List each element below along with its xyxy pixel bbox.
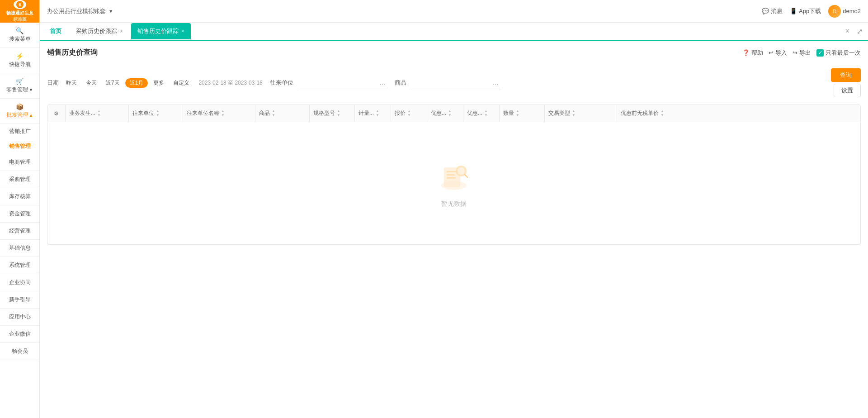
svg-text:6: 6: [19, 2, 21, 7]
sidebar-item-label: 采购管理: [9, 176, 31, 183]
message-button[interactable]: 💬 消息: [762, 7, 783, 15]
th-biz-date[interactable]: 业务发生... ▲ ▼: [66, 105, 129, 122]
product-input[interactable]: [412, 79, 493, 86]
sort-icon: ▲ ▼: [407, 109, 411, 117]
sidebar-item-enterprise[interactable]: 企业协同: [0, 274, 39, 291]
sidebar-item-system[interactable]: 系统管理: [0, 257, 39, 274]
th-no-tax-price[interactable]: 优惠前无税单价 ▲ ▼: [617, 105, 689, 122]
sidebar-item-label: 零售管理: [6, 86, 28, 94]
th-price[interactable]: 报价 ▲ ▼: [391, 105, 427, 122]
tab-sales-history[interactable]: 销售历史价跟踪 ×: [131, 23, 191, 39]
sidebar-item-member[interactable]: 畅会员: [0, 343, 39, 360]
sidebar-item-marketing[interactable]: 营销推广: [0, 124, 39, 139]
sales-tab-close[interactable]: ×: [181, 28, 184, 34]
source-dots-button[interactable]: ...: [379, 79, 385, 87]
sidebar-item-label: 企业协同: [9, 279, 31, 286]
only-last-checkbox[interactable]: ✓ 只看最后一次: [816, 49, 861, 57]
th-discount1[interactable]: 优惠... ▲ ▼: [427, 105, 463, 122]
purchase-tab-close[interactable]: ×: [120, 28, 123, 34]
settings-button[interactable]: 设置: [834, 84, 861, 97]
product-dots-button[interactable]: ...: [492, 79, 498, 87]
sidebar-item-wholesale[interactable]: 📦 批发管理 ▲: [0, 99, 39, 124]
date-today-button[interactable]: 今天: [82, 78, 100, 88]
sidebar-item-retail[interactable]: 🛒 零售管理 ▼: [0, 73, 39, 99]
th-product[interactable]: 商品 ▲ ▼: [255, 105, 310, 122]
date-filter-group: 日期 昨天 今天 近7天 近1月 更多 自定义 2023-02-18 至 202…: [47, 78, 263, 88]
sidebar-item-purchase[interactable]: 采购管理: [0, 171, 39, 188]
sort-icon: ▲ ▼: [97, 109, 101, 117]
only-last-label: 只看最后一次: [826, 49, 861, 57]
import-label: 导入: [775, 49, 787, 57]
sidebar-item-basics[interactable]: 基础信息: [0, 240, 39, 257]
table-header: ⚙ 业务发生... ▲ ▼ 往来单位 ▲ ▼: [47, 105, 860, 122]
sidebar-item-label: 电商管理: [9, 158, 31, 166]
sidebar-item-label: 批发管理: [6, 111, 28, 119]
th-biz-date-label: 业务发生...: [69, 109, 95, 117]
th-spec[interactable]: 规格型号 ▲ ▼: [310, 105, 355, 122]
user-profile-button[interactable]: D demo2: [828, 5, 861, 18]
svg-rect-6: [447, 177, 456, 179]
sidebar-item-label: 销售管理: [9, 142, 31, 150]
sidebar-item-label: 搜索菜单: [9, 35, 31, 43]
date-custom-button[interactable]: 自定义: [170, 78, 193, 88]
import-button[interactable]: ↩ 导入: [769, 49, 787, 57]
page-title-bar: 销售历史价查询 ❓ 帮助 ↩ 导入 ↪ 导出 ✓: [47, 48, 861, 57]
sort-icon: ▲ ▼: [156, 109, 160, 117]
breadcrumb-dropdown-icon[interactable]: ▾: [109, 8, 113, 14]
th-unit-name-label: 往来单位名称: [187, 109, 219, 117]
source-input-box: ...: [297, 78, 387, 88]
sidebar-item-label: 经营管理: [9, 227, 31, 235]
empty-state-icon: [436, 158, 472, 195]
sidebar-item-ecommerce[interactable]: 电商管理: [0, 154, 39, 171]
query-button[interactable]: 查询: [831, 68, 861, 82]
sidebar-item-quick-nav[interactable]: ⚡ 快捷导航: [0, 48, 39, 73]
tab-home[interactable]: 首页: [43, 23, 68, 39]
page-inner: 销售历史价查询 ❓ 帮助 ↩ 导入 ↪ 导出 ✓: [40, 41, 868, 418]
th-unit-name[interactable]: 往来单位名称 ▲ ▼: [183, 105, 255, 122]
sort-icon: ▲ ▼: [448, 109, 452, 117]
sidebar-item-guide[interactable]: 新手引导: [0, 291, 39, 309]
source-input[interactable]: [299, 79, 380, 86]
th-discount2-label: 优惠...: [467, 109, 482, 117]
th-product-label: 商品: [259, 109, 270, 117]
date-filter-label: 日期: [47, 79, 59, 87]
th-price-label: 报价: [395, 109, 406, 117]
date-7days-button[interactable]: 近7天: [102, 78, 123, 88]
th-discount1-label: 优惠...: [431, 109, 446, 117]
sidebar-item-finance[interactable]: 资金管理: [0, 205, 39, 223]
th-unit[interactable]: 计量... ▲ ▼: [355, 105, 391, 122]
export-button[interactable]: ↪ 导出: [793, 49, 811, 57]
th-trade-type-label: 交易类型: [548, 109, 570, 117]
sidebar-item-label: 基础信息: [9, 244, 31, 252]
message-icon: 💬: [762, 8, 769, 14]
sidebar-item-operation[interactable]: 经营管理: [0, 223, 39, 240]
sidebar-item-label: 营销推广: [9, 128, 31, 135]
help-button[interactable]: ❓ 帮助: [742, 49, 763, 57]
tab-purchase-history[interactable]: 采购历史价跟踪 ×: [70, 23, 129, 39]
sidebar-item-sales-mgmt[interactable]: 销售管理: [0, 139, 39, 154]
app-logo[interactable]: 6 畅捷通好生意 标准版: [0, 0, 39, 23]
th-discount2[interactable]: 优惠... ▲ ▼: [463, 105, 500, 122]
sidebar-item-search[interactable]: 🔍 搜索菜单: [0, 23, 39, 48]
sidebar-item-label: 新手引导: [9, 296, 31, 304]
main-area: 办公用品行业模拟账套 ▾ 💬 消息 📱 App下载 D demo2 首页 采购历…: [40, 0, 868, 418]
th-settings[interactable]: ⚙: [47, 105, 66, 122]
th-trade-type[interactable]: 交易类型 ▲ ▼: [545, 105, 617, 122]
date-yesterday-button[interactable]: 昨天: [62, 78, 80, 88]
sidebar-item-label: 库存核算: [9, 193, 31, 200]
sidebar-item-wechat[interactable]: 企业微信: [0, 326, 39, 343]
date-more-button[interactable]: 更多: [150, 78, 168, 88]
avatar: D: [828, 5, 841, 18]
date-1month-button[interactable]: 近1月: [125, 78, 148, 88]
sidebar-item-inventory[interactable]: 库存核算: [0, 188, 39, 205]
maximize-button[interactable]: ⤢: [855, 25, 864, 38]
th-qty[interactable]: 数量 ▲ ▼: [500, 105, 545, 122]
empty-state: 暂无数据: [47, 122, 860, 244]
app-download-button[interactable]: 📱 App下载: [790, 7, 821, 15]
date-buttons: 昨天 今天 近7天 近1月 更多 自定义: [62, 78, 193, 88]
close-all-tabs-button[interactable]: ×: [844, 25, 851, 37]
th-unit-code[interactable]: 往来单位 ▲ ▼: [129, 105, 183, 122]
page-title: 销售历史价查询: [47, 48, 98, 57]
sidebar-item-app-center[interactable]: 应用中心: [0, 309, 39, 326]
sidebar-item-label: 快捷导航: [9, 61, 31, 68]
